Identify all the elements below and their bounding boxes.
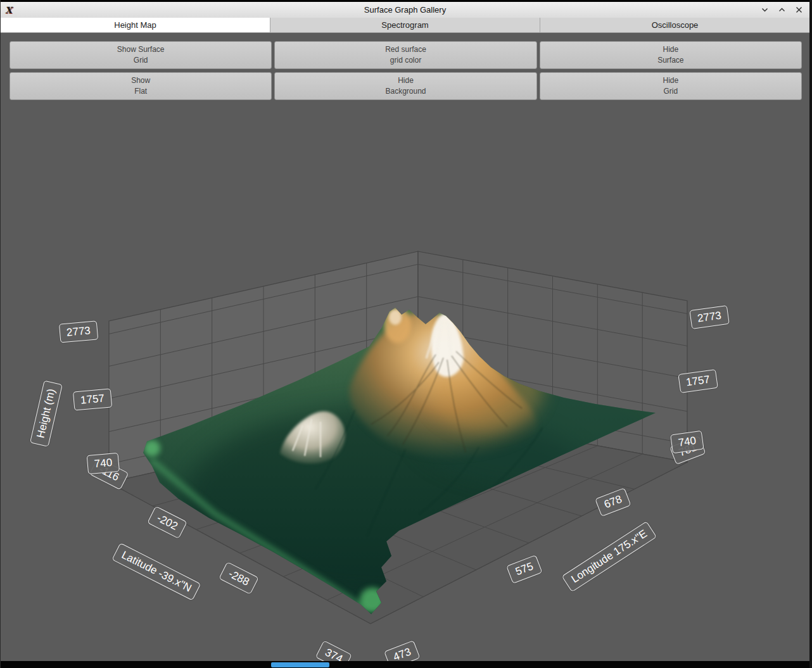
- button-label-line2: Surface: [657, 55, 683, 66]
- height-tick-left-2773: 2773: [59, 320, 98, 343]
- button-grid: Show Surface Grid Red surface grid color…: [10, 41, 802, 100]
- chevron-up-icon: [778, 6, 786, 14]
- close-icon: [795, 6, 803, 14]
- window-controls: [760, 5, 809, 15]
- tab-spectrogram[interactable]: Spectrogram: [270, 18, 540, 32]
- hide-background-button[interactable]: Hide Background: [274, 72, 536, 100]
- height-tick-left-1757: 1757: [73, 388, 112, 410]
- button-label-line1: Hide: [663, 75, 678, 86]
- show-surface-grid-button[interactable]: Show Surface Grid: [10, 41, 272, 69]
- button-label-line2: Grid: [663, 86, 678, 97]
- red-surface-grid-color-button[interactable]: Red surface grid color: [274, 41, 536, 69]
- button-label-line1: Show Surface: [117, 44, 165, 55]
- surface-plot-canvas[interactable]: -116 -202 -288 374 781 678 575 473 Latit…: [0, 0, 812, 668]
- hide-grid-button[interactable]: Hide Grid: [540, 72, 802, 100]
- window-border-right: [809, 0, 812, 668]
- hide-surface-button[interactable]: Hide Surface: [540, 41, 802, 69]
- surface-3d-scene: [0, 0, 812, 668]
- button-label-line1: Hide: [398, 75, 414, 86]
- app-icon: X: [5, 5, 12, 15]
- button-label-line2: grid color: [390, 55, 421, 66]
- button-label-line2: Flat: [134, 86, 147, 97]
- bottom-bar-accent: [271, 662, 329, 667]
- tab-oscilloscope[interactable]: Oscilloscope: [540, 18, 809, 32]
- window-bottom-edge: [0, 661, 812, 668]
- tab-height-map[interactable]: Height Map: [1, 18, 270, 32]
- close-button[interactable]: [794, 5, 804, 15]
- titlebar: X Surface Graph Gallery: [1, 2, 809, 18]
- height-tick-left-740: 740: [87, 453, 120, 474]
- window-border-left: [0, 0, 1, 668]
- show-flat-button[interactable]: Show Flat: [10, 72, 272, 100]
- button-label-line2: Grid: [134, 55, 148, 66]
- button-label-line1: Show: [131, 75, 150, 86]
- window-border-top: [0, 0, 812, 2]
- shade-button[interactable]: [760, 5, 770, 15]
- chevron-down-icon: [761, 6, 769, 14]
- button-label-line1: Red surface: [385, 44, 426, 55]
- button-label-line2: Background: [385, 86, 426, 97]
- window-title: Surface Graph Gallery: [1, 5, 809, 15]
- button-label-line1: Hide: [663, 44, 678, 55]
- unshade-button[interactable]: [777, 5, 787, 15]
- tab-bar: Height Map Spectrogram Oscilloscope: [1, 18, 809, 33]
